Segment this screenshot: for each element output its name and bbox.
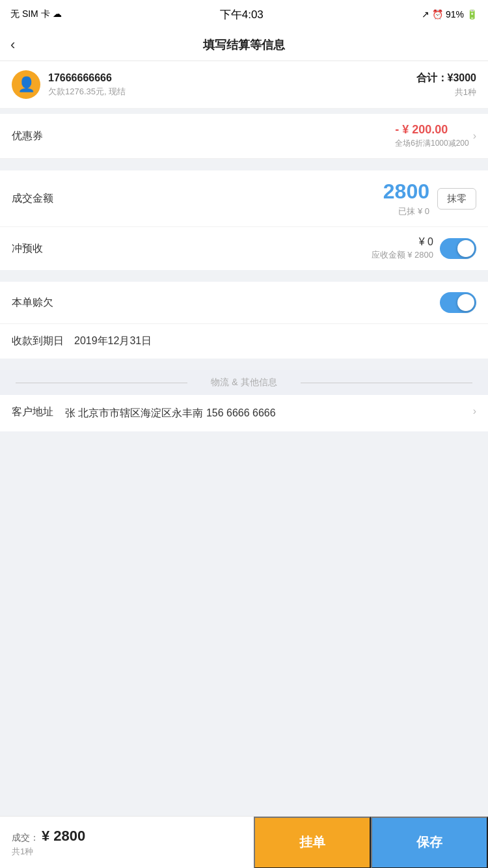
divider-line-left bbox=[16, 383, 187, 383]
prepayment-amount: ¥ 0 bbox=[372, 236, 433, 248]
coupon-chevron-icon: › bbox=[473, 130, 476, 142]
divider-line-right bbox=[301, 383, 472, 383]
debt-row: 本单赊欠 bbox=[0, 282, 488, 323]
prepayment-toggle[interactable] bbox=[440, 238, 476, 259]
debt-toggle[interactable] bbox=[440, 292, 476, 313]
back-button[interactable]: ‹ bbox=[10, 36, 15, 53]
customer-left: 👤 17666666666 欠款1276.35元, 现结 bbox=[12, 70, 126, 99]
prepayment-label: 冲预收 bbox=[12, 242, 43, 256]
location-icon: ↗ bbox=[422, 9, 429, 20]
logistics-divider-text: 物流 & 其他信息 bbox=[211, 377, 277, 388]
status-bar: 无 SIM 卡 ☁ 下午4:03 ↗ ⏰ 91% 🔋 bbox=[0, 0, 488, 29]
coupon-label: 优惠券 bbox=[12, 129, 43, 143]
deal-right: 2800 已抹 ¥ 0 抹零 bbox=[383, 180, 476, 217]
coupon-row[interactable]: 优惠券 - ¥ 200.00 全场6折满1000减200 › bbox=[0, 114, 488, 159]
sim-status: 无 SIM 卡 ☁ bbox=[10, 8, 62, 20]
address-section: 客户地址 张 北京市市辖区海淀区永丰南 156 6666 6666 › bbox=[0, 395, 488, 431]
address-value: 张 北京市市辖区海淀区永丰南 156 6666 6666 bbox=[65, 405, 465, 421]
bottom-deal-amount: ¥ 2800 bbox=[42, 828, 85, 845]
status-right: ↗ ⏰ 91% 🔋 bbox=[422, 9, 478, 20]
prepayment-toggle-track bbox=[440, 238, 476, 259]
deal-amount-value: 2800 bbox=[383, 180, 429, 204]
nav-bar: ‹ 填写结算等信息 bbox=[0, 29, 488, 61]
status-time: 下午4:03 bbox=[220, 7, 264, 22]
pending-button[interactable]: 挂单 bbox=[254, 817, 371, 869]
debt-toggle-track bbox=[440, 292, 476, 313]
customer-phone: 17666666666 bbox=[48, 72, 126, 84]
bottom-count: 共1种 bbox=[12, 846, 242, 858]
logistics-divider: 物流 & 其他信息 bbox=[0, 370, 488, 395]
bottom-bar: 成交： ¥ 2800 共1种 挂单 保存 bbox=[0, 816, 488, 868]
prepayment-value-group: ¥ 0 应收金额 ¥ 2800 bbox=[372, 236, 433, 261]
round-button[interactable]: 抹零 bbox=[437, 188, 476, 210]
deal-amount-label: 成交金额 bbox=[12, 192, 53, 206]
save-button[interactable]: 保存 bbox=[371, 817, 488, 869]
gap-2 bbox=[0, 275, 488, 282]
prepayment-row: 冲预收 ¥ 0 应收金额 ¥ 2800 bbox=[0, 226, 488, 270]
avatar-icon: 👤 bbox=[18, 76, 35, 93]
due-date-row: 收款到期日 2019年12月31日 bbox=[0, 323, 488, 359]
due-date-value: 2019年12月31日 bbox=[74, 334, 152, 348]
empty-space bbox=[0, 437, 488, 515]
debt-toggle-thumb bbox=[457, 294, 474, 311]
deal-amount-section: 成交金额 2800 已抹 ¥ 0 抹零 冲预收 ¥ 0 应收金额 ¥ 2800 bbox=[0, 170, 488, 270]
total-amount: 合计：¥3000 bbox=[416, 72, 477, 85]
battery-level: 91% bbox=[446, 9, 464, 20]
coupon-section: 优惠券 - ¥ 200.00 全场6折满1000减200 › bbox=[0, 114, 488, 159]
address-row[interactable]: 客户地址 张 北京市市辖区海淀区永丰南 156 6666 6666 › bbox=[0, 395, 488, 431]
coupon-value-group: - ¥ 200.00 全场6折满1000减200 bbox=[395, 123, 468, 149]
gap-3 bbox=[0, 364, 488, 370]
gap-1 bbox=[0, 164, 488, 170]
debt-section: 本单赊欠 收款到期日 2019年12月31日 bbox=[0, 282, 488, 359]
bottom-left: 成交： ¥ 2800 共1种 bbox=[0, 828, 254, 858]
battery-icon: 🔋 bbox=[467, 9, 478, 20]
coupon-detail: 全场6折满1000减200 bbox=[395, 138, 468, 149]
customer-debt-info: 欠款1276.35元, 现结 bbox=[48, 86, 126, 98]
prepayment-toggle-thumb bbox=[457, 240, 474, 257]
bottom-deal-label: 成交： bbox=[12, 832, 39, 844]
address-label: 客户地址 bbox=[12, 405, 57, 419]
total-count: 共1种 bbox=[416, 87, 477, 98]
customer-section: 👤 17666666666 欠款1276.35元, 现结 合计：¥3000 共1… bbox=[0, 61, 488, 109]
prepayment-sub: 应收金额 ¥ 2800 bbox=[372, 249, 433, 261]
deal-amount-row: 成交金额 2800 已抹 ¥ 0 抹零 bbox=[0, 170, 488, 226]
alarm-icon: ⏰ bbox=[432, 9, 443, 20]
avatar: 👤 bbox=[12, 70, 40, 99]
bottom-deal-row: 成交： ¥ 2800 bbox=[12, 828, 242, 845]
status-left: 无 SIM 卡 ☁ bbox=[10, 8, 62, 20]
page-title: 填写结算等信息 bbox=[203, 37, 285, 53]
coupon-right: - ¥ 200.00 全场6折满1000减200 › bbox=[395, 123, 476, 149]
coupon-discount: - ¥ 200.00 bbox=[395, 123, 468, 137]
customer-info: 17666666666 欠款1276.35元, 现结 bbox=[48, 72, 126, 98]
address-chevron-icon: › bbox=[473, 405, 476, 417]
deal-amount-group: 2800 已抹 ¥ 0 bbox=[383, 180, 429, 217]
customer-total: 合计：¥3000 共1种 bbox=[416, 72, 477, 98]
deal-sub-text: 已抹 ¥ 0 bbox=[383, 206, 429, 217]
debt-label: 本单赊欠 bbox=[12, 296, 53, 310]
customer-row: 👤 17666666666 欠款1276.35元, 现结 合计：¥3000 共1… bbox=[0, 61, 488, 109]
prepayment-right: ¥ 0 应收金额 ¥ 2800 bbox=[372, 236, 476, 261]
main-content: 👤 17666666666 欠款1276.35元, 现结 合计：¥3000 共1… bbox=[0, 61, 488, 573]
due-date-label: 收款到期日 bbox=[12, 334, 64, 348]
